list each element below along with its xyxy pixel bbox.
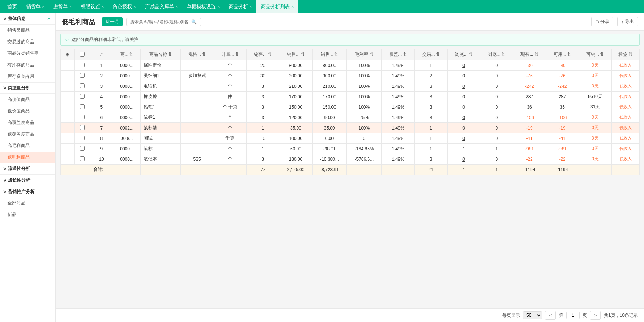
col-stock-header[interactable]: 现有... ⇅ <box>513 49 546 60</box>
col-tag-header[interactable]: 标签 ⇅ <box>612 49 640 60</box>
sidebar-item-new-goods[interactable]: 新品 <box>0 209 55 220</box>
next-page-btn[interactable]: ＞ <box>590 311 601 320</box>
nav-sales[interactable]: 销货单 × <box>22 0 49 13</box>
nav-product-entry[interactable]: 产成品入库单 × <box>141 0 182 13</box>
row-amount: 800.00 <box>312 60 347 71</box>
search-input[interactable] <box>130 19 189 25</box>
nav-roles-close[interactable]: × <box>134 4 136 9</box>
row-checkbox[interactable] <box>75 154 90 165</box>
row-name: 吴细细1 <box>141 71 181 81</box>
nav-sales-close[interactable]: × <box>42 4 44 9</box>
row-select-checkbox[interactable] <box>80 146 85 151</box>
row-select-checkbox[interactable] <box>80 83 85 88</box>
sidebar-item-low-margin[interactable]: 低毛利商品 <box>0 152 55 163</box>
row-select-checkbox[interactable] <box>80 136 85 140</box>
row-grossrate: -5766.6... <box>347 154 382 165</box>
col-unit-header[interactable]: 计量... ⇅ <box>214 49 246 60</box>
nav-template[interactable]: 单据模板设置 × <box>182 0 224 13</box>
row-checkbox[interactable] <box>75 144 90 154</box>
row-grossrate: 100% <box>347 102 382 112</box>
row-amount: 90.00 <box>312 112 347 123</box>
col-name-header[interactable]: 商品名称 ⇅ <box>141 49 181 60</box>
row-checkbox[interactable] <box>75 123 90 133</box>
total-browse1: 1 <box>447 165 480 175</box>
col-grossrate-header[interactable]: 毛利率 ⇅ <box>347 49 382 60</box>
row-select-checkbox[interactable] <box>80 115 85 119</box>
nav-product-analysis-list-close[interactable]: × <box>291 4 294 9</box>
row-name: 铅笔1 <box>141 102 181 112</box>
alert-text: 这部分商品的利润非常低，请关注 <box>71 36 138 43</box>
sidebar-item-high-margin[interactable]: 高毛利商品 <box>0 140 55 152</box>
col-code-header[interactable]: 商... ⇅ <box>113 49 141 60</box>
nav-purchase-close[interactable]: × <box>69 4 71 9</box>
col-checkbox-all[interactable] <box>75 49 90 60</box>
col-qty-header[interactable]: 销售... ⇅ <box>246 49 279 60</box>
col-browse2-header[interactable]: 浏览... ⇅ <box>480 49 513 60</box>
row-select-checkbox[interactable] <box>80 104 85 109</box>
col-price-header[interactable]: 销售... ⇅ <box>279 49 312 60</box>
col-saleable-header[interactable]: 可销... ⇅ <box>579 49 611 60</box>
row-qty: 3 <box>246 112 279 123</box>
sidebar-item-traded-goods[interactable]: 交易过的商品 <box>0 36 55 48</box>
row-trade: 0 <box>447 154 480 165</box>
row-qty: 3 <box>246 92 279 102</box>
share-button[interactable]: ⊙ 分享 <box>591 17 613 26</box>
table-area[interactable]: ⚙ # 商... ⇅ 商品名称 ⇅ 规格... ⇅ 计量... ⇅ 销售... … <box>56 49 644 308</box>
nav-product-entry-close[interactable]: × <box>176 4 178 9</box>
export-button[interactable]: ↑ 导出 <box>617 17 638 26</box>
row-unit: 个,千克 <box>214 102 246 112</box>
nav-purchase[interactable]: 进货单 × <box>49 0 76 13</box>
nav-product-analysis-list[interactable]: 商品分析列表 × <box>256 0 298 13</box>
sidebar-item-sales-goods[interactable]: 销售类商品 <box>0 25 55 36</box>
sidebar-item-all-goods[interactable]: 全部商品 <box>0 197 55 209</box>
row-browse2: 0 <box>480 81 513 92</box>
row-stock: 287 <box>513 92 546 102</box>
row-select-checkbox[interactable] <box>80 63 85 67</box>
row-browse2: 0 <box>480 102 513 112</box>
nav-roles[interactable]: 角色授权 × <box>108 0 140 13</box>
current-page-input[interactable] <box>566 312 580 319</box>
row-grossrate: 100% <box>347 92 382 102</box>
per-page-select[interactable]: 50 100 200 <box>523 311 542 319</box>
row-checkbox[interactable] <box>75 81 90 92</box>
col-settings[interactable]: ⚙ <box>61 49 75 60</box>
row-select-checkbox[interactable] <box>80 125 85 130</box>
row-select-checkbox[interactable] <box>80 73 85 78</box>
sidebar-item-in-stock[interactable]: 有库存的商品 <box>0 59 55 71</box>
nav-permissions-close[interactable]: × <box>102 4 104 9</box>
sidebar-item-low-coverage[interactable]: 低覆盖度商品 <box>0 128 55 140</box>
row-margin: 1.49% <box>382 102 414 112</box>
col-amount-header[interactable]: 销售... ⇅ <box>312 49 347 60</box>
nav-product-analysis[interactable]: 商品分析 × <box>224 0 256 13</box>
row-select-checkbox[interactable] <box>80 94 85 99</box>
row-select-checkbox[interactable] <box>80 156 85 161</box>
row-cover: 2 <box>414 71 447 81</box>
date-filter-button[interactable]: 近一月 <box>102 17 123 26</box>
col-browse1-header[interactable]: 浏览... ⇅ <box>447 49 480 60</box>
row-checkbox[interactable] <box>75 60 90 71</box>
col-spec-header[interactable]: 规格... ⇅ <box>180 49 214 60</box>
sidebar-item-low-value[interactable]: 低价值商品 <box>0 105 55 117</box>
nav-home[interactable]: 首页 <box>3 0 22 13</box>
sort-code-icon: ⇅ <box>129 52 133 57</box>
prev-page-btn[interactable]: ＜ <box>545 311 556 320</box>
sidebar-item-high-value[interactable]: 高价值商品 <box>0 94 55 105</box>
row-checkbox[interactable] <box>75 133 90 144</box>
row-checkbox[interactable] <box>75 112 90 123</box>
nav-permissions[interactable]: 权限设置 × <box>76 0 108 13</box>
col-coverage-header[interactable]: 覆盖... ⇅ <box>382 49 414 60</box>
row-checkbox[interactable] <box>75 92 90 102</box>
col-usable-header[interactable]: 可用... ⇅ <box>546 49 579 60</box>
row-trade: 0 <box>447 102 480 112</box>
nav-template-close[interactable]: × <box>217 4 220 9</box>
sidebar-item-high-coverage[interactable]: 高覆盖度商品 <box>0 117 55 128</box>
nav-product-analysis-close[interactable]: × <box>250 4 252 9</box>
select-all-checkbox[interactable] <box>80 52 85 57</box>
sidebar-collapse-btn[interactable]: « <box>45 16 52 22</box>
row-checkbox[interactable] <box>75 102 90 112</box>
sidebar-item-stock-capital[interactable]: 库存资金占用 <box>0 71 55 82</box>
col-trade-header[interactable]: 交易... ⇅ <box>414 49 447 60</box>
sidebar-item-category-rate[interactable]: 商品分类销售率 <box>0 48 55 59</box>
row-checkbox[interactable] <box>75 71 90 81</box>
row-tag: 低收入 <box>612 71 640 81</box>
